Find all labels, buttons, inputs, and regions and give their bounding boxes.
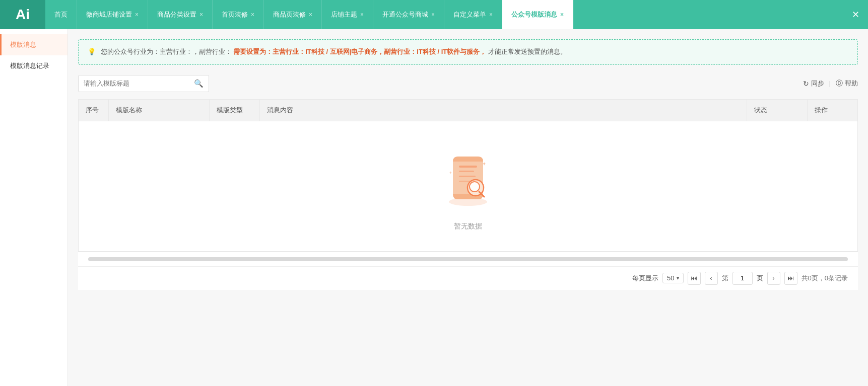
scroll-bar-row bbox=[78, 252, 858, 266]
main-layout: 模版消息模版消息记录 💡 您的公众号行业为：主营行业：，副营行业： 需要设置为：… bbox=[0, 29, 868, 386]
first-page-button[interactable]: ⏮ bbox=[688, 272, 701, 285]
notice-highlight: 需要设置为：主营行业：IT科技 / 互联网|电子商务，副营行业：IT科技 / I… bbox=[233, 48, 486, 55]
notice-banner: 💡 您的公众号行业为：主营行业：，副营行业： 需要设置为：主营行业：IT科技 /… bbox=[78, 39, 858, 65]
empty-icon: ✦ ✦ bbox=[438, 151, 498, 212]
table-col-消息内容: 消息内容 bbox=[260, 99, 747, 121]
notice-icon: 💡 bbox=[88, 48, 96, 55]
data-table: 序号模版名称模版类型消息内容状态操作 bbox=[78, 99, 858, 121]
nav-tab-商品分类设置[interactable]: 商品分类设置× bbox=[148, 0, 213, 29]
page-word: 第 bbox=[722, 274, 728, 283]
toolbar-divider: | bbox=[829, 80, 831, 87]
page-label: 页 bbox=[757, 274, 763, 283]
table-col-序号: 序号 bbox=[79, 99, 109, 121]
page-size-label: 每页显示 bbox=[632, 274, 658, 283]
help-button[interactable]: ⓪ 帮助 bbox=[836, 79, 858, 88]
sidebar-item-模版消息记录[interactable]: 模版消息记录 bbox=[0, 55, 68, 76]
nav-tab-首页装修[interactable]: 首页装修× bbox=[213, 0, 264, 29]
sync-button[interactable]: ↻ 同步 bbox=[803, 79, 824, 88]
close-tab-icon[interactable]: × bbox=[135, 11, 139, 18]
table-col-模版名称: 模版名称 bbox=[109, 99, 210, 121]
search-input-wrap[interactable]: 🔍 bbox=[78, 75, 209, 92]
table-col-模版类型: 模版类型 bbox=[210, 99, 260, 121]
sync-icon: ↻ bbox=[803, 80, 809, 88]
nav-tab-公众号模版消息[interactable]: 公众号模版消息× bbox=[502, 0, 573, 29]
close-tab-icon[interactable]: × bbox=[431, 11, 435, 18]
app-logo: Ai bbox=[0, 0, 45, 29]
prev-page-button[interactable]: ‹ bbox=[705, 272, 718, 285]
svg-text:✦: ✦ bbox=[449, 171, 452, 175]
close-all-button[interactable]: ✕ bbox=[843, 0, 868, 29]
top-nav-bar: Ai 首页微商城店铺设置×商品分类设置×首页装修×商品页装修×店铺主题×开通公众… bbox=[0, 0, 868, 29]
sidebar-item-模版消息[interactable]: 模版消息 bbox=[0, 34, 68, 55]
svg-rect-2 bbox=[459, 171, 474, 172]
search-icon[interactable]: 🔍 bbox=[194, 79, 204, 88]
close-tab-icon[interactable]: × bbox=[309, 11, 312, 18]
close-tab-icon[interactable]: × bbox=[251, 11, 254, 18]
search-bar: 🔍 ↻ 同步 | ⓪ 帮助 bbox=[78, 75, 858, 92]
table-header-row: 序号模版名称模版类型消息内容状态操作 bbox=[79, 99, 858, 121]
empty-text: 暂无数据 bbox=[79, 222, 857, 231]
pagination-bar: 每页显示 50 ▾ ⏮ ‹ 第 页 › ⏭ 共0页，0条记录 bbox=[78, 266, 858, 290]
sidebar: 模版消息模版消息记录 bbox=[0, 29, 68, 386]
chevron-down-icon: ▾ bbox=[677, 275, 679, 281]
toolbar-right: ↻ 同步 | ⓪ 帮助 bbox=[803, 79, 858, 88]
svg-rect-3 bbox=[459, 176, 476, 177]
nav-tab-店铺主题[interactable]: 店铺主题× bbox=[322, 0, 373, 29]
table-header: 序号模版名称模版类型消息内容状态操作 bbox=[79, 99, 858, 121]
next-page-button[interactable]: › bbox=[767, 272, 780, 285]
page-size-value: 50 bbox=[667, 274, 674, 282]
nav-tab-开通公众号商城[interactable]: 开通公众号商城× bbox=[373, 0, 444, 29]
help-label: 帮助 bbox=[845, 79, 858, 88]
svg-point-6 bbox=[470, 182, 480, 192]
nav-tab-自定义菜单[interactable]: 自定义菜单× bbox=[444, 0, 502, 29]
close-tab-icon[interactable]: × bbox=[199, 11, 203, 18]
page-number-input[interactable] bbox=[732, 272, 753, 285]
close-tab-icon[interactable]: × bbox=[560, 11, 564, 18]
svg-rect-1 bbox=[459, 166, 477, 168]
page-size-select[interactable]: 50 ▾ bbox=[662, 273, 683, 283]
nav-tab-商品页装修[interactable]: 商品页装修× bbox=[264, 0, 322, 29]
content-area: 💡 您的公众号行业为：主营行业：，副营行业： 需要设置为：主营行业：IT科技 /… bbox=[68, 29, 868, 386]
help-icon: ⓪ bbox=[836, 79, 843, 88]
svg-text:✦: ✦ bbox=[482, 161, 486, 167]
nav-tabs-container: 首页微商城店铺设置×商品分类设置×首页装修×商品页装修×店铺主题×开通公众号商城… bbox=[45, 0, 843, 29]
last-page-button[interactable]: ⏭ bbox=[784, 272, 797, 285]
horizontal-scrollbar[interactable] bbox=[88, 257, 848, 261]
table-col-状态: 状态 bbox=[747, 99, 808, 121]
empty-state: ✦ ✦ 暂无数据 bbox=[78, 121, 858, 252]
nav-tab-首页[interactable]: 首页 bbox=[45, 0, 77, 29]
notice-suffix: 才能正常发送预置的消息。 bbox=[488, 48, 567, 55]
close-tab-icon[interactable]: × bbox=[360, 11, 364, 18]
nav-tab-微商城店铺设置[interactable]: 微商城店铺设置× bbox=[77, 0, 148, 29]
page-total: 共0页，0条记录 bbox=[802, 274, 848, 283]
close-tab-icon[interactable]: × bbox=[489, 11, 493, 18]
search-input[interactable] bbox=[84, 80, 194, 87]
sync-label: 同步 bbox=[811, 79, 824, 88]
notice-prefix: 您的公众号行业为：主营行业：，副营行业： bbox=[101, 48, 232, 55]
table-col-操作: 操作 bbox=[808, 99, 858, 121]
